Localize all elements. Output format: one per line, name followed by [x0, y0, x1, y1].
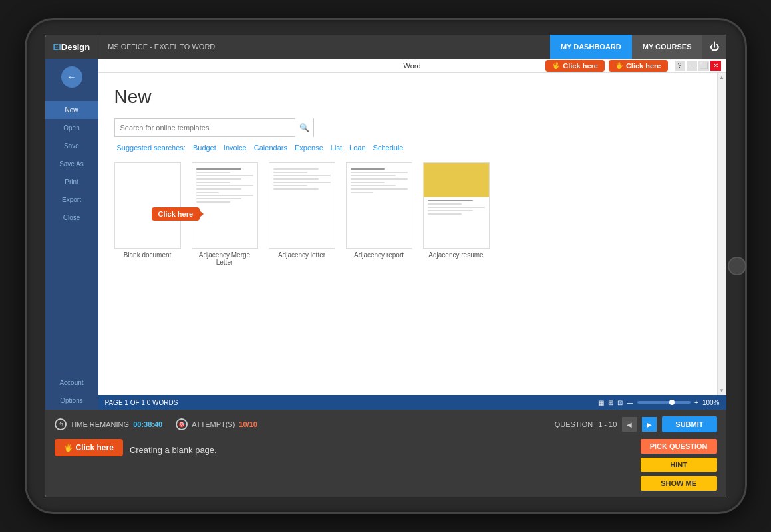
- sidebar-item-options[interactable]: Options: [45, 392, 98, 410]
- power-button[interactable]: ⏻: [702, 35, 726, 59]
- template-resume[interactable]: Adjacency resume: [423, 162, 490, 266]
- word-content: New 🔍 Suggested searches: Budget Invoice…: [98, 73, 726, 395]
- template-label-report: Adjacency report: [354, 251, 404, 259]
- template-thumb-letter: [269, 162, 335, 249]
- suggested-calendars[interactable]: Calendars: [254, 144, 287, 152]
- question-nav: QUESTION 1 - 10 ◀ ▶ SUBMIT: [555, 416, 717, 432]
- click-here-overlay[interactable]: Click here: [152, 207, 200, 221]
- timer-icon: ⏱: [55, 418, 67, 430]
- question-label: QUESTION: [555, 420, 593, 428]
- pick-question-button[interactable]: PICK QUESTION: [641, 439, 717, 454]
- suggested-schedule[interactable]: Schedule: [373, 144, 404, 152]
- status-text: PAGE 1 OF 1 0 WORDS: [105, 399, 178, 406]
- word-statusbar: PAGE 1 OF 1 0 WORDS ▦ ⊞ ⊡ — + 100%: [98, 395, 726, 410]
- click-here-bottom-button[interactable]: Click here: [55, 439, 123, 456]
- zoom-plus[interactable]: +: [694, 399, 698, 406]
- question-range: 1 - 10: [598, 420, 617, 428]
- sidebar-item-saveas[interactable]: Save As: [45, 155, 98, 173]
- tablet-frame: EIDesign MS OFFICE - EXCEL TO WORD MY DA…: [27, 20, 745, 512]
- sidebar-item-new[interactable]: New: [45, 101, 98, 119]
- timer-label: TIME REMANING: [71, 420, 130, 428]
- word-search-bar[interactable]: 🔍: [114, 118, 314, 137]
- attempts-item: 🎯 ATTEMPT(S) 10/10: [176, 418, 257, 430]
- word-title: Word: [403, 62, 420, 70]
- dashboard-button[interactable]: MY DASHBOARD: [550, 35, 632, 59]
- submit-button[interactable]: SUBMIT: [662, 416, 716, 432]
- sidebar-item-save[interactable]: Save: [45, 137, 98, 155]
- target-icon: 🎯: [176, 418, 188, 430]
- zoom-slider[interactable]: [637, 401, 691, 404]
- close-button[interactable]: ✕: [710, 61, 721, 71]
- sidebar-item-export[interactable]: Export: [45, 191, 98, 209]
- timer-value: 00:38:40: [133, 420, 162, 428]
- template-thumb-merge: [192, 162, 258, 249]
- sidebar: ← New Open Save Save As Print Export Clo…: [45, 59, 98, 410]
- attempts-value: 10/10: [239, 420, 257, 428]
- question-actions: PICK QUESTION HINT SHOW ME: [641, 439, 717, 491]
- template-report[interactable]: Adjacency report: [346, 162, 412, 266]
- search-input[interactable]: [115, 124, 295, 132]
- word-new-heading: New: [114, 86, 701, 108]
- nav-buttons: MY DASHBOARD MY COURSES ⏻: [550, 35, 726, 59]
- view-icon-2[interactable]: ⊞: [608, 399, 613, 406]
- word-app: Word Click here Click here ? — ⬜ ✕: [98, 59, 726, 410]
- template-thumb-blank: [114, 162, 181, 249]
- timer-row: ⏱ TIME REMANING 00:38:40 🎯 ATTEMPT(S) 10…: [55, 416, 717, 432]
- view-icon-3[interactable]: ⊡: [617, 399, 623, 406]
- minimize-button[interactable]: —: [687, 61, 697, 71]
- templates-grid: Blank document Click here: [114, 162, 701, 266]
- restore-button[interactable]: ⬜: [698, 61, 709, 71]
- help-button[interactable]: ?: [675, 61, 685, 71]
- suggested-loan[interactable]: Loan: [349, 144, 365, 152]
- hint-button[interactable]: HINT: [641, 458, 717, 472]
- search-icon[interactable]: 🔍: [295, 118, 313, 137]
- click-here-button-1[interactable]: Click here: [545, 60, 605, 72]
- timer-item: ⏱ TIME REMANING 00:38:40: [55, 418, 163, 430]
- tablet-screen: EIDesign MS OFFICE - EXCEL TO WORD MY DA…: [45, 35, 726, 497]
- zoom-minus[interactable]: —: [627, 399, 633, 406]
- click-here-button-2[interactable]: Click here: [609, 60, 668, 72]
- statusbar-right: ▦ ⊞ ⊡ — + 100%: [598, 399, 719, 406]
- zoom-level: 100%: [702, 399, 720, 406]
- courses-button[interactable]: MY COURSES: [632, 35, 702, 59]
- sidebar-item-open[interactable]: Open: [45, 119, 98, 137]
- back-button[interactable]: ←: [61, 66, 82, 88]
- logo-area: EIDesign: [45, 35, 99, 59]
- top-nav: EIDesign MS OFFICE - EXCEL TO WORD MY DA…: [45, 35, 726, 59]
- question-content-row: Click here Creating a blank page. PICK Q…: [55, 439, 717, 491]
- word-scrollbar[interactable]: ▲ ▼: [717, 73, 726, 395]
- suggested-invoice[interactable]: Invoice: [224, 144, 247, 152]
- template-label-resume: Adjacency resume: [428, 251, 483, 259]
- sidebar-item-account[interactable]: Account: [45, 374, 98, 392]
- template-label-merge: Adjacency Merge Letter: [192, 251, 258, 266]
- template-thumb-resume: [423, 162, 490, 249]
- click-here-text: Click here: [158, 210, 194, 218]
- attempts-label: ATTEMPT(S): [192, 420, 235, 428]
- question-text: Creating a blank page.: [130, 441, 634, 455]
- suggested-list[interactable]: List: [331, 144, 342, 152]
- home-button[interactable]: [728, 257, 746, 275]
- sidebar-item-close[interactable]: Close: [45, 209, 98, 227]
- logo: EIDesign: [53, 42, 90, 52]
- suggested-expense[interactable]: Expense: [295, 144, 323, 152]
- view-icon-1[interactable]: ▦: [598, 399, 604, 406]
- prev-question-button[interactable]: ◀: [622, 417, 637, 432]
- word-main: New 🔍 Suggested searches: Budget Invoice…: [98, 73, 717, 395]
- template-thumb-report: [346, 162, 412, 249]
- suggested-label: Suggested searches:: [117, 144, 186, 152]
- template-label-blank: Blank document: [124, 251, 172, 259]
- sidebar-item-print[interactable]: Print: [45, 173, 98, 191]
- zoom-thumb: [669, 400, 675, 405]
- template-label-letter: Adjacency letter: [278, 251, 325, 259]
- main-content: ← New Open Save Save As Print Export Clo…: [45, 59, 726, 410]
- course-title: MS OFFICE - EXCEL TO WORD: [98, 43, 550, 51]
- template-merge-letter[interactable]: Click here: [192, 162, 258, 266]
- template-letter[interactable]: Adjacency letter: [269, 162, 335, 266]
- bottom-panel: ⏱ TIME REMANING 00:38:40 🎯 ATTEMPT(S) 10…: [45, 410, 726, 497]
- suggested-budget[interactable]: Budget: [193, 144, 216, 152]
- suggested-searches: Suggested searches: Budget Invoice Calen…: [114, 144, 701, 152]
- show-me-button[interactable]: SHOW ME: [641, 476, 717, 491]
- next-question-button[interactable]: ▶: [642, 417, 657, 432]
- word-titlebar: Word Click here Click here ? — ⬜ ✕: [98, 59, 726, 73]
